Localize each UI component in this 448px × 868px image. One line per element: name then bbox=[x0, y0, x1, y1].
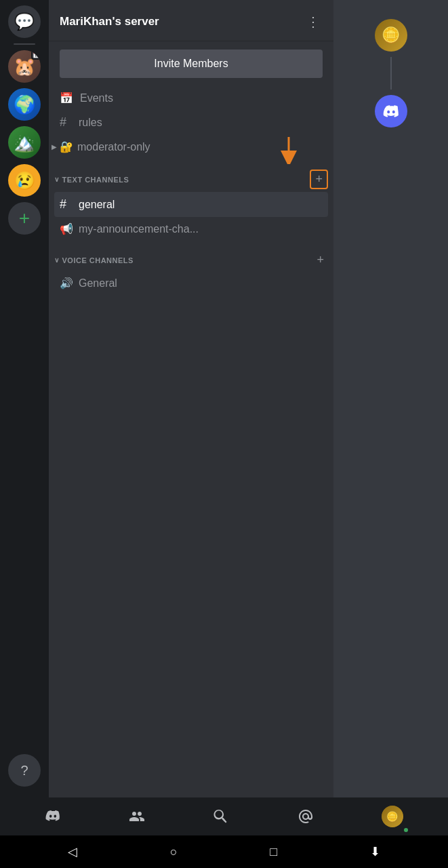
android-recents-button[interactable]: □ bbox=[270, 845, 277, 859]
voice-icon: 🔊 bbox=[60, 277, 73, 290]
channel-item-general-voice[interactable]: 🔊 General bbox=[49, 271, 333, 295]
right-panel-avatar: 🪙 bbox=[375, 19, 407, 52]
online-status-dot bbox=[403, 827, 409, 833]
right-divider1 bbox=[390, 57, 392, 90]
add-text-channel-button[interactable]: + bbox=[310, 170, 328, 189]
channel-item-announcement[interactable]: 📢 my-announcement-cha... bbox=[49, 217, 333, 241]
sidebar-item-server1[interactable]: 🐹 📅 bbox=[8, 50, 41, 83]
add-server-button[interactable]: + bbox=[8, 202, 41, 235]
lock-hash-icon: 🔐 bbox=[60, 140, 73, 153]
nav-friends[interactable] bbox=[123, 803, 150, 830]
category-chevron-voice: ∨ bbox=[54, 256, 60, 264]
android-nav: ◁ ○ □ ⬇ bbox=[0, 835, 448, 868]
nav-discord[interactable] bbox=[39, 803, 66, 830]
server-header: MariKhan's server ⋮ bbox=[49, 0, 333, 41]
channel-name-general-voice: General bbox=[79, 277, 117, 290]
hash-icon-general: # bbox=[60, 197, 73, 212]
server-menu-button[interactable]: ⋮ bbox=[304, 11, 323, 33]
android-home-button[interactable]: ○ bbox=[170, 845, 178, 859]
announcement-icon: 📢 bbox=[60, 222, 73, 235]
text-channels-category[interactable]: ∨ TEXT CHANNELS + bbox=[49, 159, 333, 192]
android-back-button[interactable]: ◁ bbox=[68, 844, 77, 859]
channel-sidebar: MariKhan's server ⋮ Invite Members 📅 Eve… bbox=[49, 0, 333, 797]
nav-search[interactable] bbox=[207, 803, 235, 830]
channel-name-announcement: my-announcement-cha... bbox=[79, 223, 199, 235]
channel-item-rules[interactable]: # rules bbox=[49, 110, 333, 135]
sidebar-item-server3[interactable]: 🏔️ bbox=[8, 126, 41, 159]
server-notification-badge: 📅 bbox=[31, 50, 41, 60]
nav-mentions[interactable] bbox=[292, 803, 319, 830]
dm-icon[interactable]: 💬 bbox=[8, 5, 41, 38]
orange-arrow-indicator bbox=[278, 137, 300, 167]
channel-name-moderator: moderator-only bbox=[77, 141, 150, 153]
profile-avatar: 🪙 bbox=[382, 806, 403, 827]
server-name: MariKhan's server bbox=[60, 15, 159, 28]
android-extra-button[interactable]: ⬇ bbox=[370, 844, 380, 859]
sidebar-item-server2[interactable]: 🌍 bbox=[8, 88, 41, 121]
text-channels-header-left: ∨ TEXT CHANNELS bbox=[54, 176, 129, 184]
bottom-nav: 🪙 bbox=[0, 797, 448, 835]
help-button[interactable]: ? bbox=[8, 754, 41, 787]
events-item[interactable]: 📅 Events bbox=[49, 86, 333, 110]
channel-name-general: general bbox=[79, 199, 115, 211]
server-sidebar: 💬 🐹 📅 🌍 🏔️ 😢 + ? bbox=[0, 0, 49, 797]
discord-bot-icon[interactable] bbox=[375, 95, 407, 127]
main-area: 💬 🐹 📅 🌍 🏔️ 😢 + ? bbox=[0, 0, 448, 797]
category-chevron-text: ∨ bbox=[54, 176, 60, 183]
right-panel: 🪙 bbox=[333, 0, 448, 797]
add-voice-channel-button[interactable]: + bbox=[312, 252, 328, 269]
voice-channels-header-left: ∨ VOICE CHANNELS bbox=[54, 256, 134, 264]
events-label: Events bbox=[80, 92, 113, 104]
channel-item-general[interactable]: # general bbox=[54, 192, 328, 217]
nav-profile[interactable]: 🪙 bbox=[376, 800, 409, 833]
hash-icon: # bbox=[60, 115, 73, 130]
voice-channels-label: VOICE CHANNELS bbox=[62, 256, 134, 264]
sidebar-divider bbox=[14, 43, 35, 45]
sidebar-item-server4[interactable]: 😢 bbox=[8, 164, 41, 197]
channel-locked-arrow: ▶ bbox=[52, 143, 57, 151]
invite-members-button[interactable]: Invite Members bbox=[60, 50, 323, 78]
channel-name-rules: rules bbox=[79, 117, 102, 129]
text-channels-label: TEXT CHANNELS bbox=[62, 176, 129, 184]
events-icon: 📅 bbox=[60, 92, 73, 104]
channel-list: # rules ▶ 🔐 moderator-only ∨ TEXT CHANNE… bbox=[49, 110, 333, 797]
voice-channels-category[interactable]: ∨ VOICE CHANNELS + bbox=[49, 241, 333, 271]
